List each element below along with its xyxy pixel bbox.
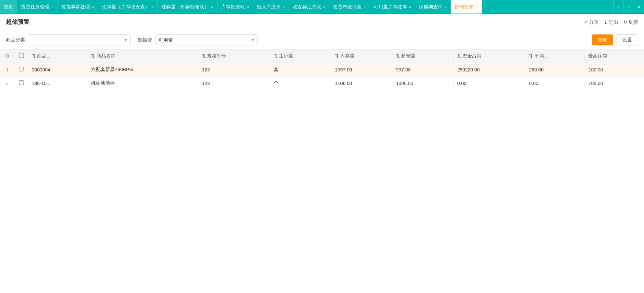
nav-arrows: ‹ › × [613,0,644,14]
col-header-code: ⇅ 商品... [28,49,87,63]
category-label: 商品分类 [6,37,25,43]
col-header-gear: ⚙ [0,49,15,63]
nav-inventory-dist[interactable]: 现存量（库存分布表） × [158,0,217,14]
refresh-button[interactable]: ↻ 刷新 [623,19,638,26]
close-inventory-dist[interactable]: × [211,5,213,9]
table-row: 1 0000004 六配套新昌490BPG 123 套 1097.00 997.… [0,63,644,77]
row-2-avg: 0.00 [525,77,585,90]
datasource-label: 数据源 [138,37,152,43]
page-title: 超储预警 [6,18,29,26]
row-1-capital: 259220.00 [453,63,525,77]
col-header-spec: ⇅ 规格型号 [198,49,270,63]
col-header-name: ⇅ 商品名称 [87,49,198,63]
row-2-checkbox[interactable] [19,80,24,85]
nav-inventory-status[interactable]: 现存量（库存状况表） × [98,0,158,14]
col-header-capital: ⇅ 资金占用 [453,49,525,63]
page-header: 超储预警 ↗ 分享 ⤓ 导出 ↻ 刷新 [0,14,644,29]
nav-receipt-summary[interactable]: 收发存汇总表 × [289,0,329,14]
setting-button[interactable]: 设置 [616,34,638,45]
close-batch-account[interactable]: × [247,5,249,9]
nav-available-stock[interactable]: 可用量库存账本 × [370,0,415,14]
nav-home[interactable]: 首页 [0,0,17,14]
nav-close-button[interactable]: × [634,0,644,14]
close-order-stat[interactable]: × [363,5,366,9]
nav-pick-exception[interactable]: 拣货异常处理 × [58,0,98,14]
close-quality-expire[interactable]: × [444,5,447,9]
row-1-code: 0000004 [28,63,87,77]
row-1-checkbox[interactable] [19,67,24,71]
row-1-unit: 套 [270,63,331,77]
col-header-avg: ⇅ 平均... [525,49,585,63]
row-1-avg: 260.00 [525,63,585,77]
header-actions: ↗ 分享 ⤓ 导出 ↻ 刷新 [584,19,638,26]
category-filter-group: 商品分类 ▼ [6,34,131,45]
gear-settings-icon[interactable]: ⚙ [5,53,10,59]
row-2-overstock: 1006.00 [392,77,453,90]
row-1-check [15,63,28,77]
nav-order-stat[interactable]: 要货单统计表 × [329,0,370,14]
page-content: 超储预警 ↗ 分享 ⤓ 导出 ↻ 刷新 商品分类 ▼ [0,14,644,293]
close-inventory-status[interactable]: × [151,5,154,9]
col-header-stock: ⇅ 库存量 [331,49,392,63]
col-header-check [15,49,28,63]
datasource-select[interactable]: 可用量 库存量 [155,34,258,45]
close-available-stock[interactable]: × [409,5,411,9]
row-2-stock: 1106.00 [331,77,392,90]
row-1-stock: 1097.00 [331,63,392,77]
datasource-select-wrapper: 可用量 库存量 ▼ [155,34,258,45]
top-navigation: 首页 拣货任务管理 × 拣货异常处理 × 现存量（库存状况表） × 现存量（库存… [0,0,644,14]
nav-batch-account[interactable]: 库存批次账 × [217,0,253,14]
row-2-spec: 123 [198,77,270,90]
close-pick-exception[interactable]: × [92,5,94,9]
row-2-capital: 0.00 [453,77,525,90]
col-header-maxstock: 最高库存 [585,49,644,63]
export-button[interactable]: ⤓ 导出 [604,19,618,26]
nav-prev-button[interactable]: ‹ [613,0,623,14]
share-icon: ↗ [584,19,588,25]
nav-next-button[interactable]: › [623,0,634,14]
table-header-row: ⚙ ⇅ 商品... ⇅ 商品名称 ⇅ 规格型号 [0,49,644,63]
row-1-name: 六配套新昌490BPG [87,63,198,77]
datasource-filter-group: 数据源 可用量 库存量 ▼ [138,34,258,45]
row-1-maxstock: 100.00 [585,63,644,77]
select-all-checkbox[interactable] [19,53,24,58]
nav-pick-task[interactable]: 拣货任务管理 × [17,0,58,14]
col-header-overstock: ⇅ 超储量 [392,49,453,63]
row-2-code: 186-10... [28,77,87,90]
filter-buttons: 查询 设置 [592,34,638,45]
close-overstock-warning[interactable]: × [475,5,477,9]
row-2-name: 机油滤清器 [87,77,198,90]
table-row: 2 186-10... 机油滤清器 123 个 1106.00 1006.00 … [0,77,644,90]
nav-inout-flow[interactable]: 出入库流水 × [253,0,289,14]
filter-area: 商品分类 ▼ 数据源 可用量 库存量 ▼ 查询 设置 [0,29,644,49]
refresh-icon: ↻ [623,19,627,25]
row-2-unit: 个 [270,77,331,90]
row-1-overstock: 997.00 [392,63,453,77]
category-select-wrapper: ▼ [28,34,131,45]
close-inout-flow[interactable]: × [282,5,285,9]
table-body: 1 0000004 六配套新昌490BPG 123 套 1097.00 997.… [0,63,644,90]
overstock-table: ⚙ ⇅ 商品... ⇅ 商品名称 ⇅ 规格型号 [0,49,644,90]
close-receipt-summary[interactable]: × [323,5,325,9]
export-icon: ⤓ [604,19,608,25]
close-pick-task[interactable]: × [51,5,54,9]
nav-quality-expire[interactable]: 保质期查询 × [415,0,451,14]
col-header-unit: ⇅ 主计量 [270,49,331,63]
nav-overstock-warning[interactable]: 超储预警 × [451,0,482,14]
row-1-spec: 123 [198,63,270,77]
row-1-num: 1 [0,63,15,77]
query-button[interactable]: 查询 [592,34,613,45]
share-button[interactable]: ↗ 分享 [584,19,599,26]
row-2-maxstock: 100.00 [585,77,644,90]
row-2-num: 2 [0,77,15,90]
row-2-check [15,77,28,90]
table-container: ⚙ ⇅ 商品... ⇅ 商品名称 ⇅ 规格型号 [0,49,644,90]
category-select[interactable] [28,34,131,45]
